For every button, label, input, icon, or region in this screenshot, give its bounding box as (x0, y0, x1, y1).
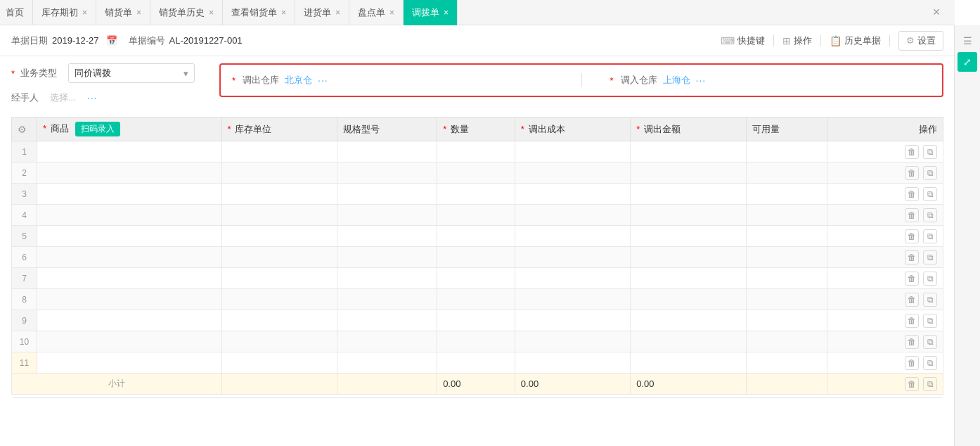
right-tab-expand[interactable]: ⤢ (958, 52, 977, 72)
quantity-cell-11[interactable] (437, 352, 515, 374)
business-type-select[interactable]: 同价调拨 ▾ (68, 63, 195, 83)
operation-button[interactable]: ⊞ 操作 (782, 34, 812, 47)
product-cell-2[interactable] (37, 163, 222, 184)
cost-cell-10[interactable] (515, 331, 630, 352)
product-cell-5[interactable] (37, 226, 222, 247)
amount-cell-5[interactable] (631, 226, 746, 247)
horizontal-scrollbar[interactable] (11, 397, 943, 398)
in-warehouse-more-button[interactable]: ··· (696, 75, 707, 86)
product-cell-11[interactable] (37, 352, 222, 374)
quantity-cell-2[interactable] (437, 163, 515, 184)
delete-icon-sub[interactable]: 🗑 (905, 377, 919, 391)
product-cell-9[interactable] (37, 310, 222, 331)
person-select[interactable]: 选择... (50, 91, 76, 104)
available-cell-4[interactable] (746, 205, 827, 226)
spec-cell-6[interactable] (337, 247, 437, 268)
cost-cell-7[interactable] (515, 268, 630, 289)
delete-icon-9[interactable]: 🗑 (905, 314, 919, 328)
spec-cell-3[interactable] (337, 184, 437, 205)
table-settings-header[interactable]: ⚙ (12, 117, 37, 141)
cost-cell-6[interactable] (515, 247, 630, 268)
product-cell-3[interactable] (37, 184, 222, 205)
unit-cell-9[interactable] (221, 310, 337, 331)
calendar-icon[interactable]: 📅 (106, 35, 117, 46)
available-cell-9[interactable] (746, 310, 827, 331)
delete-icon-5[interactable]: 🗑 (905, 229, 919, 243)
amount-cell-3[interactable] (631, 184, 746, 205)
settings-button[interactable]: ⚙ 设置 (898, 31, 943, 51)
delete-icon-2[interactable]: 🗑 (905, 166, 919, 180)
copy-icon-4[interactable]: ⧉ (923, 208, 937, 222)
available-cell-5[interactable] (746, 226, 827, 247)
quantity-cell-6[interactable] (437, 247, 515, 268)
tab-stocktaking[interactable]: 盘点单 × (349, 0, 404, 25)
copy-icon-8[interactable]: ⧉ (923, 293, 937, 307)
amount-cell-11[interactable] (631, 352, 746, 374)
copy-icon-3[interactable]: ⧉ (923, 187, 937, 201)
spec-cell-1[interactable] (337, 141, 437, 163)
shortcut-button[interactable]: ⌨ 快捷键 (721, 34, 765, 47)
delete-icon-11[interactable]: 🗑 (905, 356, 919, 370)
unit-cell-6[interactable] (221, 247, 337, 268)
tab-home[interactable]: 首页 (6, 0, 33, 25)
amount-cell-4[interactable] (631, 205, 746, 226)
amount-cell-6[interactable] (631, 247, 746, 268)
unit-cell-1[interactable] (221, 141, 337, 163)
product-cell-4[interactable] (37, 205, 222, 226)
window-close-button[interactable]: × (924, 0, 949, 25)
unit-cell-11[interactable] (221, 352, 337, 374)
delete-icon-6[interactable]: 🗑 (905, 250, 919, 265)
amount-cell-10[interactable] (631, 331, 746, 352)
delete-icon-1[interactable]: 🗑 (905, 145, 919, 159)
tab-close-sales-order[interactable]: × (136, 8, 141, 18)
amount-cell-7[interactable] (631, 268, 746, 289)
quantity-cell-9[interactable] (437, 310, 515, 331)
copy-icon-7[interactable]: ⧉ (923, 272, 937, 286)
quantity-cell-4[interactable] (437, 205, 515, 226)
copy-icon-1[interactable]: ⧉ (923, 145, 937, 159)
cost-cell-5[interactable] (515, 226, 630, 247)
tab-sales-history[interactable]: 销货单历史 × (150, 0, 223, 25)
amount-cell-8[interactable] (631, 289, 746, 310)
tab-close-purchase-order[interactable]: × (335, 8, 340, 18)
amount-cell-2[interactable] (631, 163, 746, 184)
unit-cell-3[interactable] (221, 184, 337, 205)
available-cell-1[interactable] (746, 141, 827, 163)
available-cell-6[interactable] (746, 247, 827, 268)
tab-close-view-sales[interactable]: × (281, 8, 286, 18)
cost-cell-11[interactable] (515, 352, 630, 374)
tab-close-stocktaking[interactable]: × (389, 8, 394, 18)
available-cell-3[interactable] (746, 184, 827, 205)
unit-cell-2[interactable] (221, 163, 337, 184)
cost-cell-1[interactable] (515, 141, 630, 163)
quantity-cell-1[interactable] (437, 141, 515, 163)
cost-cell-8[interactable] (515, 289, 630, 310)
available-cell-11[interactable] (746, 352, 827, 374)
spec-cell-7[interactable] (337, 268, 437, 289)
available-cell-10[interactable] (746, 331, 827, 352)
unit-cell-4[interactable] (221, 205, 337, 226)
quantity-cell-7[interactable] (437, 268, 515, 289)
quantity-cell-3[interactable] (437, 184, 515, 205)
cost-cell-2[interactable] (515, 163, 630, 184)
tab-close-inventory-init[interactable]: × (82, 8, 87, 18)
spec-cell-11[interactable] (337, 352, 437, 374)
product-cell-7[interactable] (37, 268, 222, 289)
history-button[interactable]: 📋 历史单据 (830, 34, 881, 47)
spec-cell-5[interactable] (337, 226, 437, 247)
copy-icon-11[interactable]: ⧉ (923, 356, 937, 370)
available-cell-2[interactable] (746, 163, 827, 184)
table-gear-icon[interactable]: ⚙ (18, 124, 27, 135)
spec-cell-4[interactable] (337, 205, 437, 226)
copy-icon-2[interactable]: ⧉ (923, 166, 937, 180)
spec-cell-9[interactable] (337, 310, 437, 331)
copy-icon-9[interactable]: ⧉ (923, 314, 937, 328)
unit-cell-8[interactable] (221, 289, 337, 310)
copy-icon-sub[interactable]: ⧉ (923, 377, 937, 391)
unit-cell-7[interactable] (221, 268, 337, 289)
product-cell-1[interactable] (37, 141, 222, 163)
amount-cell-9[interactable] (631, 310, 746, 331)
quantity-cell-8[interactable] (437, 289, 515, 310)
product-cell-10[interactable] (37, 331, 222, 352)
cost-cell-9[interactable] (515, 310, 630, 331)
